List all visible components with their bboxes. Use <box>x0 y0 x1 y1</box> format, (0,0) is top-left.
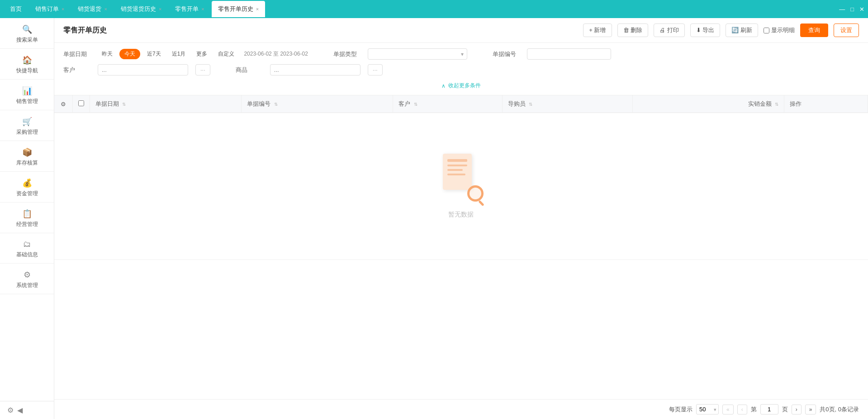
col-customer[interactable]: 客户 ⇅ <box>393 95 502 113</box>
sidebar-item-sales[interactable]: 📊 销售管理 <box>0 80 54 110</box>
show-detail-checkbox[interactable] <box>764 28 769 33</box>
sidebar-label-finance: 资金管理 <box>16 190 38 198</box>
per-page-select[interactable]: 50 10 20 100 <box>696 404 719 414</box>
customer-ellipsis[interactable]: ··· <box>195 64 210 75</box>
print-button[interactable]: 🖨 打印 <box>654 24 685 37</box>
customer-input[interactable] <box>98 64 188 75</box>
sidebar-icon-sales: 📊 <box>22 86 32 96</box>
col-date[interactable]: 单据日期 ⇅ <box>90 95 241 113</box>
goods-input[interactable] <box>270 64 360 75</box>
empty-illustration <box>438 154 484 203</box>
next-page-btn[interactable]: › <box>792 405 802 414</box>
maximize-btn[interactable]: □ <box>850 6 854 13</box>
sidebar-label-basic: 基础信息 <box>16 251 38 259</box>
sort-number-icon: ⇅ <box>274 102 278 107</box>
sidebar-icon-inventory: 📦 <box>22 147 32 157</box>
col-settings[interactable]: ⚙ <box>54 95 72 113</box>
empty-state: 暂无数据 <box>60 118 863 255</box>
filter-area: 单据日期 昨天 今天 近7天 近1月 更多 自定义 2023-06-02 至 2… <box>54 43 868 95</box>
page-title: 零售开单历史 <box>63 26 107 35</box>
tab-close-sales-order[interactable]: × <box>62 6 64 12</box>
query-button[interactable]: 查询 <box>800 24 828 37</box>
page-header: 零售开单历史 + 新增 🗑 删除 🖨 打印 ⬇ 导出 🔄 刷新 显示明细 查询 … <box>54 18 868 43</box>
page-word-prefix: 第 <box>751 405 757 414</box>
sidebar-item-search[interactable]: 🔍 搜索采单 <box>0 18 54 49</box>
refresh-button[interactable]: 🔄 刷新 <box>726 24 758 37</box>
tab-close-retail-open[interactable]: × <box>201 6 204 12</box>
col-salesperson[interactable]: 导购员 ⇅ <box>502 95 632 113</box>
sidebar-item-purchase[interactable]: 🛒 采购管理 <box>0 110 54 141</box>
per-page-label: 每页显示 <box>669 405 693 414</box>
sidebar-icon-finance: 💰 <box>22 178 32 188</box>
sidebar-item-nav[interactable]: 🏠 快捷导航 <box>0 49 54 80</box>
sidebar-label-system: 系统管理 <box>16 282 38 289</box>
col-checkbox <box>72 95 90 113</box>
tab-retail-open-history[interactable]: 零售开单历史× <box>212 1 265 17</box>
col-number[interactable]: 单据编号 ⇅ <box>241 95 393 113</box>
window-controls: — □ ✕ <box>839 6 864 13</box>
col-amount[interactable]: 实销金额 ⇅ <box>632 95 784 113</box>
tab-home[interactable]: 首页 <box>4 1 28 17</box>
tab-close-retail-open-history[interactable]: × <box>256 6 259 12</box>
total-text: 共0页, 0条记录 <box>820 405 859 414</box>
last-page-btn[interactable]: » <box>805 405 816 414</box>
export-button[interactable]: ⬇ 导出 <box>690 24 721 37</box>
add-button[interactable]: + 新增 <box>583 24 612 37</box>
page-word: 页 <box>782 405 788 414</box>
tab-sales-order[interactable]: 销售订单× <box>29 1 71 17</box>
type-select-wrapper <box>368 48 467 60</box>
date-7days[interactable]: 近7天 <box>143 49 165 59</box>
sort-salesperson-icon: ⇅ <box>529 102 532 107</box>
date-1month[interactable]: 近1月 <box>168 49 190 59</box>
tab-close-sales-return[interactable]: × <box>104 6 107 12</box>
type-select[interactable] <box>368 48 467 60</box>
magnify-handle <box>479 200 484 206</box>
number-input[interactable] <box>527 48 611 60</box>
page-input[interactable] <box>760 404 778 414</box>
date-today[interactable]: 今天 <box>119 49 140 59</box>
collapse-bar[interactable]: ∧ 收起更多条件 <box>63 80 859 89</box>
settings-icon[interactable]: ⚙ <box>7 406 14 414</box>
sidebar-item-basic[interactable]: 🗂 基础信息 <box>0 233 54 264</box>
table-body: 暂无数据 <box>54 113 868 260</box>
collapse-icon: ∧ <box>441 83 446 89</box>
select-all-checkbox[interactable] <box>78 100 84 106</box>
first-page-btn[interactable]: « <box>722 405 734 414</box>
sort-date-icon: ⇅ <box>122 102 126 107</box>
date-yesterday[interactable]: 昨天 <box>98 49 117 59</box>
sidebar-item-finance[interactable]: 💰 资金管理 <box>0 172 54 202</box>
sidebar-icon-basic: 🗂 <box>23 240 31 249</box>
tab-retail-open[interactable]: 零售开单× <box>169 1 210 17</box>
sidebar: 🔍 搜索采单 🏠 快捷导航 📊 销售管理 🛒 采购管理 📦 库存核算 💰 资金管… <box>0 18 54 419</box>
sidebar-label-operations: 经营管理 <box>16 221 38 228</box>
tab-label: 零售开单 <box>175 5 199 13</box>
sidebar-item-operations[interactable]: 📋 经营管理 <box>0 202 54 233</box>
date-more[interactable]: 更多 <box>192 49 211 59</box>
setting-button[interactable]: 设置 <box>834 24 859 37</box>
tab-close-sales-return-history[interactable]: × <box>159 6 161 12</box>
sort-amount-icon: ⇅ <box>775 102 778 107</box>
sidebar-label-purchase: 采购管理 <box>16 128 38 136</box>
empty-row: 暂无数据 <box>54 113 868 260</box>
prev-page-btn[interactable]: ‹ <box>737 405 747 414</box>
tab-sales-return-history[interactable]: 销货退货历史× <box>114 1 168 17</box>
table-header-row: ⚙ 单据日期 ⇅ 单据编号 ⇅ 客户 <box>54 95 868 113</box>
minimize-btn[interactable]: — <box>839 6 845 13</box>
col-actions: 操作 <box>784 95 868 113</box>
sidebar-icon-operations: 📋 <box>22 209 32 219</box>
sidebar-item-system[interactable]: ⚙ 系统管理 <box>0 264 54 294</box>
date-custom[interactable]: 自定义 <box>214 49 238 59</box>
close-btn[interactable]: ✕ <box>859 6 864 13</box>
sidebar-icon-search: 🔍 <box>22 24 32 34</box>
delete-button[interactable]: 🗑 删除 <box>617 24 649 37</box>
sidebar-item-inventory[interactable]: 📦 库存核算 <box>0 141 54 172</box>
collapse-icon[interactable]: ◀ <box>17 406 23 414</box>
tab-sales-return[interactable]: 销货退货× <box>71 1 113 17</box>
tab-label: 销售订单 <box>35 5 59 13</box>
sidebar-label-search: 搜索采单 <box>16 36 38 44</box>
goods-ellipsis[interactable]: ··· <box>368 64 383 75</box>
sort-customer-icon: ⇅ <box>414 102 417 107</box>
tab-label: 零售开单历史 <box>218 5 253 13</box>
collapse-label: 收起更多条件 <box>448 82 481 89</box>
sidebar-label-nav: 快捷导航 <box>16 67 38 75</box>
